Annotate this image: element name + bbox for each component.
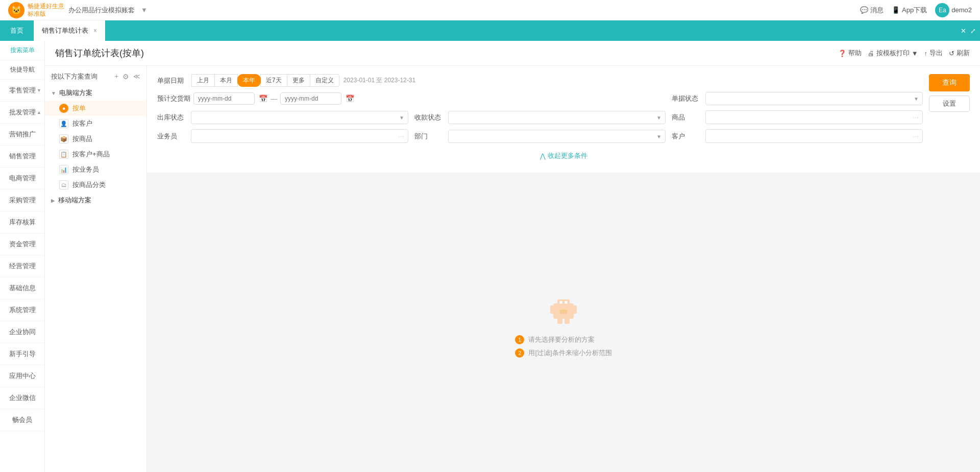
svg-rect-7 (557, 319, 562, 324)
scheme-item-by-category[interactable]: 🗂 按商品分类 (45, 177, 146, 193)
department-label: 部门 (414, 132, 445, 141)
top-bar-right: 💬 消息 📱 App下载 Ea demo2 (860, 3, 972, 17)
goods-input[interactable]: ··· (705, 110, 923, 124)
date-btn-more[interactable]: 更多 (287, 74, 310, 87)
customer-more-icon[interactable]: ··· (913, 132, 918, 140)
department-select[interactable] (448, 130, 666, 143)
date-btn-this-month[interactable]: 本月 (214, 74, 238, 87)
sidebar-quick-nav[interactable]: 快捷导航 (0, 60, 44, 80)
query-button[interactable]: 查询 (929, 74, 970, 91)
shipper-select[interactable] (191, 111, 408, 124)
sidebar-item-app-center[interactable]: 应用中心 (0, 365, 44, 387)
payment-select-wrapper: ▼ (448, 111, 666, 124)
print-arrow-icon: ▼ (912, 50, 918, 57)
sidebar-item-basic-info[interactable]: 基础信息 (0, 277, 44, 299)
scheme-item-by-customer-goods[interactable]: 📋 按客户+商品 (45, 147, 146, 162)
refresh-button[interactable]: ↺ 刷新 (949, 49, 970, 58)
svg-rect-1 (557, 299, 570, 305)
payment-select[interactable] (448, 111, 666, 124)
collapse-label: 收起更多条件 (548, 151, 587, 160)
sidebar-item-newbie[interactable]: 新手引导 (0, 343, 44, 365)
main-content: 单据日期 上月 本月 本年 近7天 更多 自定义 2023-01-01 至 20… (147, 66, 980, 472)
sidebar-item-operations[interactable]: 经营管理 (0, 255, 44, 277)
sidebar-item-marketing[interactable]: 营销推广 (0, 124, 44, 146)
hint-num-2: 2 (515, 348, 524, 358)
export-button[interactable]: ↑ 导出 (924, 49, 943, 58)
add-scheme-icon[interactable]: + (114, 73, 118, 81)
window-close-icon[interactable]: ✕ (961, 27, 966, 35)
expected-date-label: 预计交货期 (157, 94, 190, 103)
sidebar-item-wholesale[interactable]: 批发管理 (0, 102, 44, 124)
scheme-item-by-customer[interactable]: 👤 按客户 (45, 116, 146, 131)
collapse-icon: ⋀ (540, 152, 546, 160)
salesperson-input[interactable]: ··· (191, 129, 408, 143)
sidebar-item-retail[interactable]: 零售管理 (0, 80, 44, 102)
content-area: 销售订单统计表(按单) ❓ 帮助 🖨 按模板打印 ▼ ↑ 导出 ↺ 刷新 (45, 41, 980, 472)
date-btn-7days[interactable]: 近7天 (260, 74, 287, 87)
settings-button[interactable]: 设置 (929, 96, 970, 112)
filter-main: 单据日期 上月 本月 本年 近7天 更多 自定义 2023-01-01 至 20… (157, 74, 923, 143)
help-icon: ❓ (838, 50, 846, 57)
filter-area: 单据日期 上月 本月 本年 近7天 更多 自定义 2023-01-01 至 20… (147, 66, 980, 173)
page-actions: ❓ 帮助 🖨 按模板打印 ▼ ↑ 导出 ↺ 刷新 (838, 49, 970, 58)
sidebar-item-inventory[interactable]: 库存核算 (0, 211, 44, 233)
dept-select-wrapper: ▼ (448, 130, 666, 143)
tab-home[interactable]: 首页 (0, 20, 34, 41)
message-icon: 💬 (860, 6, 868, 14)
date-button-group: 上月 本月 本年 近7天 更多 自定义 (192, 74, 339, 87)
sidebar-item-member[interactable]: 畅会员 (0, 409, 44, 431)
message-button[interactable]: 💬 消息 (860, 6, 884, 15)
sidebar-item-wechat[interactable]: 企业微信 (0, 387, 44, 409)
scheme-active-icon: ● (59, 104, 68, 113)
action-buttons: 查询 设置 (929, 74, 970, 112)
scheme-item-by-goods[interactable]: 📦 按商品 (45, 131, 146, 147)
scheme-label: 按客户+商品 (72, 150, 110, 159)
goods-more-icon[interactable]: ··· (913, 113, 918, 121)
calendar-start-icon[interactable]: 📅 (259, 95, 267, 103)
shipper-select-wrapper: ▼ (191, 111, 408, 124)
logo-text: 畅捷通好生意 标准版 (28, 3, 64, 17)
calendar-end-icon[interactable]: 📅 (346, 95, 354, 103)
collapse-panel-icon[interactable]: ≪ (133, 73, 140, 81)
refresh-icon: ↺ (949, 50, 954, 57)
expected-date-end-input[interactable] (280, 92, 341, 105)
tab-close-icon[interactable]: × (93, 27, 97, 34)
collapse-button[interactable]: ⋀ 收起更多条件 (157, 147, 970, 164)
date-btn-this-year[interactable]: 本年 (237, 74, 261, 87)
expected-date-start-input[interactable] (193, 92, 255, 105)
sidebar-item-finance[interactable]: 资金管理 (0, 233, 44, 255)
sidebar-item-enterprise[interactable]: 企业协同 (0, 321, 44, 343)
download-icon: 📱 (892, 6, 900, 14)
goods-label: 商品 (672, 113, 702, 122)
customer-filter: 客户 ··· (672, 129, 923, 143)
empty-state: 1 请先选择要分析的方案 2 用[过滤]条件来缩小分析范围 (147, 173, 980, 472)
print-template-button[interactable]: 🖨 按模板打印 ▼ (868, 49, 918, 58)
user-avatar-button[interactable]: Ea demo2 (935, 3, 972, 17)
date-btn-last-month[interactable]: 上月 (191, 74, 215, 87)
hint-num-1: 1 (515, 335, 524, 344)
app-download-button[interactable]: 📱 App下载 (892, 6, 927, 15)
scheme-item-by-salesperson[interactable]: 📊 按业务员 (45, 162, 146, 177)
customer-input[interactable]: ··· (705, 129, 923, 143)
status-select[interactable] (705, 92, 923, 105)
help-button[interactable]: ❓ 帮助 (838, 49, 862, 58)
scheme-label: 按商品 (72, 134, 92, 144)
scheme-group-mobile-title[interactable]: ▶ 移动端方案 (45, 193, 146, 208)
salesperson-label: 业务员 (157, 132, 188, 141)
salesperson-more-icon[interactable]: ··· (398, 132, 404, 140)
sidebar-item-sales[interactable]: 销售管理 (0, 146, 44, 168)
sidebar-item-ecommerce[interactable]: 电商管理 (0, 168, 44, 190)
scheme-group-mobile: ▶ 移动端方案 (45, 193, 146, 208)
sidebar-item-system[interactable]: 系统管理 (0, 299, 44, 321)
scheme-group-pc-title[interactable]: ▼ 电脑端方案 (45, 85, 146, 101)
tab-sales-order-stats[interactable]: 销售订单统计表 × (34, 20, 105, 41)
scheme-item-by-order[interactable]: ● 按单 (45, 101, 146, 116)
scheme-settings-icon[interactable]: ⚙ (122, 73, 129, 81)
top-bar: 🐱 畅捷通好生意 标准版 办公用品行业模拟账套 ▼ 💬 消息 📱 App下载 E… (0, 0, 980, 20)
window-expand-icon[interactable]: ⤢ (970, 27, 976, 35)
sidebar-item-purchase[interactable]: 采购管理 (0, 190, 44, 211)
app-title-dropdown-icon[interactable]: ▼ (141, 6, 148, 14)
date-btn-custom[interactable]: 自定义 (310, 74, 339, 87)
sidebar-search[interactable]: 搜索菜单 (0, 41, 44, 60)
scheme-icon: 📊 (59, 165, 68, 174)
